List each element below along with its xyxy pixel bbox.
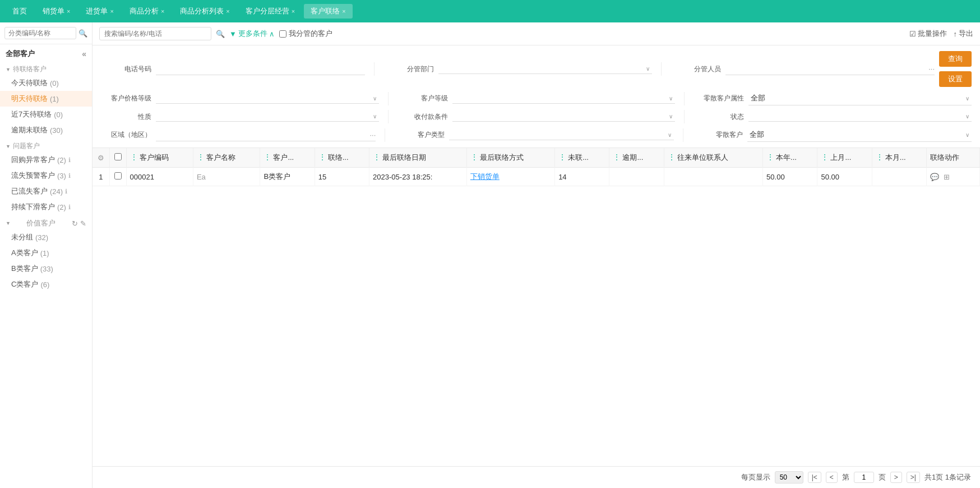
query-button[interactable]: 查询 [939,51,972,67]
sidebar-item-7days[interactable]: 近7天待联络(0) [0,107,92,122]
batch-operation-button[interactable]: ☑ 批量操作 [909,29,947,39]
col-contact-count[interactable]: 联络... [315,148,369,168]
row-unit-contact [664,168,762,186]
nav-customer-tiering[interactable]: 客户分层经营 × [239,4,302,19]
col-this-month[interactable]: 本月... [872,148,926,168]
filter-payment-select[interactable]: ∨ [452,112,676,122]
sidebar: 🔍 全部客户 « 待联络客户 今天待联络(0) 明天待联络(1) 近7天待联络(… [0,22,93,488]
filter-customer-type-select[interactable]: ∨ [449,130,673,140]
filter-phone-input[interactable] [156,63,365,75]
chat-icon[interactable]: 💬 [930,173,939,181]
table-footer: 每页显示 50 100 200 |< < 第 页 > >| 共1页 1条记录 [93,466,980,488]
col-overdue[interactable]: 逾期... [609,148,664,168]
chevron-up-icon: ∧ [269,30,275,38]
nav-product-analysis[interactable]: 商品分析 × [123,4,171,19]
col-customer-name[interactable]: 客户名称 [193,148,260,168]
nav-product-analysis-list[interactable]: 商品分析列表 × [173,4,236,19]
filter-person-dots[interactable]: ··· [725,63,935,75]
filter-price-level-select[interactable]: ∨ [156,94,379,104]
close-icon[interactable]: × [292,8,295,15]
sidebar-all-customers[interactable]: 全部客户 « [0,44,92,61]
sidebar-item-churn-warning[interactable]: 流失预警客户(3)ℹ [0,168,92,183]
page-size-select[interactable]: 50 100 200 [775,471,803,484]
sidebar-search-input[interactable] [4,27,76,39]
page-number-input[interactable] [854,472,874,483]
filter-customer-level-select[interactable]: ∨ [452,94,676,104]
select-all-checkbox[interactable] [114,153,122,160]
col-last-month[interactable]: 上月... [817,148,872,168]
nav-home[interactable]: 首页 [6,4,34,19]
sidebar-item-churned[interactable]: 已流失客户(24)ℹ [0,183,92,199]
filter-dept-select[interactable]: ∨ [438,64,652,74]
info-icon: ℹ [68,156,71,164]
sidebar-item-repurchase-abnormal[interactable]: 回购异常客户(2)ℹ [0,152,92,168]
export-icon: ↑ [954,30,958,38]
row-last-month: 50.00 [817,168,872,186]
filter-row-4: 区域（地区） ··· 客户类型 ∨ 零散客户 全部 ∨ [101,128,972,142]
sidebar-item-ungrouped[interactable]: 未分组(32) [0,229,92,245]
filter-customer-type-label: 客户类型 [394,130,445,140]
search-input[interactable] [99,27,211,40]
filter-region-dots[interactable]: ··· [156,129,376,141]
chevron-down-icon: ∨ [373,95,377,102]
col-last-contact-method[interactable]: 最后联络方式 [466,148,554,168]
settings-button[interactable]: 设置 [939,71,972,87]
search-icon[interactable]: 🔍 [216,30,225,38]
export-button[interactable]: ↑ 导出 [954,29,974,39]
col-last-contact-date[interactable]: 最后联络日期 [369,148,467,168]
collapse-icon[interactable]: « [82,49,86,58]
edit-icon[interactable]: ✎ [80,219,86,228]
nav-sales-order[interactable]: 销货单 × [36,4,77,19]
sidebar-item-declining[interactable]: 持续下滑客户(2)ℹ [0,199,92,215]
chevron-down-icon: ∨ [965,132,969,138]
prev-page-button[interactable]: < [826,472,838,483]
nav-purchase-order[interactable]: 进货单 × [79,4,120,19]
next-page-button[interactable]: > [890,472,902,483]
sidebar-item-class-a[interactable]: A类客户(1) [0,245,92,261]
filter-retail-customer-label: 零散客户 [692,130,743,140]
close-icon[interactable]: × [67,8,70,15]
filter-retail-attr-select[interactable]: 全部 ∨ [748,91,972,105]
filter-nature-select[interactable]: ∨ [156,112,379,122]
last-contact-method-link[interactable]: 下销货单 [470,172,500,181]
filter-row-1: 电话号码 分管部门 ∨ 分管人员 ··· 查询 设置 [101,51,972,87]
col-customer-code[interactable]: 客户编码 [126,148,193,168]
gear-icon[interactable]: ⚙ [98,154,104,162]
col-checkbox [109,148,126,168]
row-checkbox [109,168,126,186]
filter-status-select[interactable]: ∨ [748,112,972,122]
col-unit-contact[interactable]: 往来单位联系人 [664,148,762,168]
sidebar-item-overdue[interactable]: 逾期未联络(30) [0,122,92,138]
last-page-button[interactable]: >| [907,472,920,483]
my-customer-checkbox[interactable] [279,30,286,38]
sidebar-item-today[interactable]: 今天待联络(0) [0,75,92,91]
sidebar-item-class-b[interactable]: B类客户(33) [0,261,92,277]
top-nav: 首页 销货单 × 进货单 × 商品分析 × 商品分析列表 × 客户分层经营 × … [0,0,980,22]
close-icon[interactable]: × [226,8,229,15]
my-customer-checkbox-label[interactable]: 我分管的客户 [279,29,332,39]
refresh-icon[interactable]: ↻ [72,219,78,228]
col-this-year[interactable]: 本年... [763,148,817,168]
sidebar-group-pending: 待联络客户 [0,61,92,75]
filter-retail-customer-select[interactable]: 全部 ∨ [747,128,972,142]
close-icon[interactable]: × [161,8,164,15]
sidebar-item-class-c[interactable]: C类客户(6) [0,277,92,292]
qr-icon[interactable]: ⊞ [944,173,950,181]
sidebar-item-tomorrow[interactable]: 明天待联络(1) [0,91,92,107]
col-not-contacted[interactable]: 未联... [555,148,609,168]
sidebar-search-area: 🔍 [0,22,92,44]
first-page-button[interactable]: |< [808,472,821,483]
filter-phone-label: 电话号码 [101,65,151,74]
col-customer-type[interactable]: 客户... [260,148,315,168]
row-select-checkbox[interactable] [114,172,122,179]
row-last-contact-date: 2023-05-23 18:25: [369,168,467,186]
row-not-contacted: 14 [555,168,609,186]
filter-customer-level-label: 客户等级 [397,94,448,103]
sidebar-search-icon[interactable]: 🔍 [78,29,87,38]
more-filter-button[interactable]: ▼ 更多条件 ∧ [229,29,275,39]
close-icon[interactable]: × [110,8,113,15]
nav-customer-contact[interactable]: 客户联络 × [304,4,352,19]
info-icon: ℹ [65,188,67,195]
close-icon[interactable]: × [342,8,345,15]
chevron-down-icon: ∨ [669,113,673,119]
